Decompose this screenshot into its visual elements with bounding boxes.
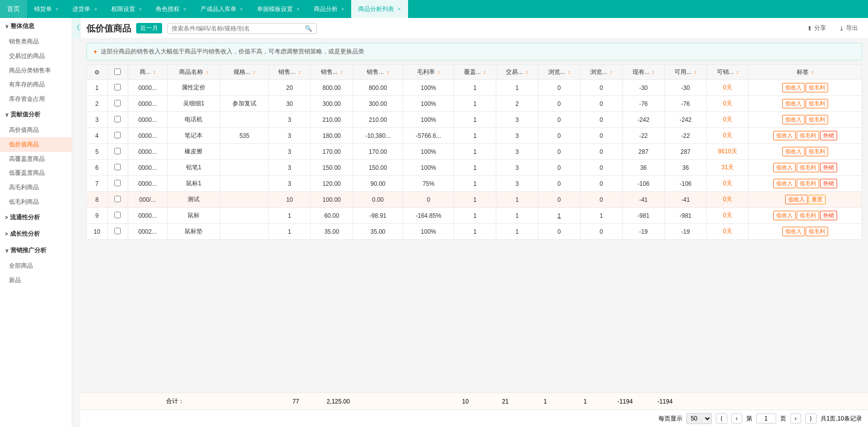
cell-checkbox[interactable] [107, 80, 128, 96]
cell-checkbox[interactable] [107, 224, 128, 240]
nav-role-auth[interactable]: 角色授权 × [149, 0, 193, 18]
col-sales2[interactable]: 销售... ↕ [353, 65, 403, 80]
cell-browse1[interactable]: 0 [538, 96, 580, 112]
last-page-button[interactable]: ⟩ [805, 414, 817, 424]
row-checkbox[interactable] [114, 116, 121, 122]
cell-checkbox[interactable] [107, 128, 128, 144]
row-checkbox[interactable] [114, 228, 121, 234]
page-number-input[interactable] [756, 414, 776, 424]
nav-product-analysis-list[interactable]: 商品分析列表 × [351, 0, 408, 18]
nav-close-icon[interactable]: × [341, 0, 344, 18]
col-qty[interactable]: 销售... ↕ [268, 65, 310, 80]
nav-close-icon[interactable]: × [94, 0, 97, 18]
cell-browse1[interactable]: 0 [538, 80, 580, 96]
row-checkbox[interactable] [114, 212, 121, 218]
col-code[interactable]: 商... ↕ [128, 65, 167, 80]
cell-stock2: -981 [664, 208, 706, 224]
col-stock1[interactable]: 现有... ↕ [623, 65, 664, 80]
nav-template[interactable]: 单据模板设置 × [250, 0, 306, 18]
cell-checkbox[interactable] [107, 144, 128, 160]
col-browse1[interactable]: 浏览... ↕ [538, 65, 580, 80]
nav-close-icon[interactable]: × [240, 0, 243, 18]
col-sales1[interactable]: 销售... ↕ [311, 65, 353, 80]
sidebar-item-high-profit[interactable]: 高毛利商品 [0, 180, 72, 195]
cell-checkbox[interactable] [107, 176, 128, 192]
col-tags[interactable]: 标签 ↕ [749, 65, 862, 80]
cell-checkbox[interactable] [107, 208, 128, 224]
sidebar-section-growth[interactable]: > 成长性分析 [0, 226, 72, 242]
sidebar-item-sales-products[interactable]: 销售类商品 [0, 34, 72, 49]
next-page-button[interactable]: › [790, 414, 801, 424]
cell-qty: 3 [268, 176, 310, 192]
cell-browse1[interactable]: 0 [538, 160, 580, 176]
table-row: 10 0002... 鼠标垫 1 35.00 35.00 100% 1 1 0 … [87, 224, 862, 240]
cell-browse1[interactable]: 0 [538, 112, 580, 128]
cell-browse1[interactable]: 0 [538, 128, 580, 144]
cell-checkbox[interactable] [107, 192, 128, 208]
sidebar-section-general[interactable]: ∨ 整体信息 [0, 18, 72, 34]
row-checkbox[interactable] [114, 100, 121, 106]
sidebar-section-marketing[interactable]: ∨ 营销推广分析 [0, 242, 72, 259]
cell-checkbox[interactable] [107, 96, 128, 112]
row-checkbox[interactable] [114, 132, 121, 138]
col-days[interactable]: 可销... ↕ [706, 65, 748, 80]
nav-permission[interactable]: 权限设置 × [104, 0, 149, 18]
cell-browse1[interactable]: 0 [538, 144, 580, 160]
col-browse2[interactable]: 浏览... ↕ [580, 65, 622, 80]
nav-close-icon[interactable]: × [296, 0, 299, 18]
row-checkbox[interactable] [114, 196, 121, 202]
search-input[interactable] [172, 25, 305, 32]
sidebar-item-low-profit[interactable]: 低毛利商品 [0, 195, 72, 209]
col-spec[interactable]: 规格... ↕ [220, 65, 269, 80]
row-checkbox[interactable] [114, 148, 121, 154]
col-name[interactable]: 商品名称 ↕ [167, 65, 220, 80]
sidebar-item-traded-products[interactable]: 交易过的商品 [0, 49, 72, 63]
row-checkbox[interactable] [114, 180, 121, 186]
search-icon[interactable]: 🔍 [305, 25, 312, 32]
nav-home[interactable]: 首页 [0, 0, 27, 18]
sidebar-item-low-coverage[interactable]: 低覆盖度商品 [0, 166, 72, 180]
sidebar-collapse-button[interactable]: 《 [72, 18, 80, 38]
nav-purchase-order[interactable]: 进货单 × [65, 0, 104, 18]
col-checkbox[interactable] [107, 65, 128, 80]
row-checkbox[interactable] [114, 84, 121, 90]
col-profit[interactable]: 毛利率 ↕ [403, 65, 454, 80]
sidebar-section-circulation[interactable]: > 流通性分析 [0, 209, 72, 226]
first-page-button[interactable]: ⟨ [716, 414, 727, 424]
nav-close-icon[interactable]: × [398, 0, 401, 18]
share-button[interactable]: ⬆ 分享 [803, 22, 830, 34]
select-all-checkbox[interactable] [114, 68, 121, 75]
page-size-select[interactable]: 50 100 200 [686, 413, 712, 424]
sidebar-item-stock-products[interactable]: 有库存的商品 [0, 77, 72, 92]
row-checkbox[interactable] [114, 164, 121, 170]
prev-page-button[interactable]: ‹ [731, 414, 742, 424]
sidebar-item-high-value[interactable]: 高价值商品 [0, 123, 72, 137]
sidebar-item-all-products[interactable]: 全部商品 [0, 259, 72, 273]
cell-tags: 低收入低毛利热销 [749, 208, 862, 224]
cell-browse1[interactable]: 1 [538, 208, 580, 224]
export-button[interactable]: ⤓ 导出 [835, 22, 862, 34]
cell-days: 0天 [706, 224, 748, 240]
sidebar-item-high-coverage[interactable]: 高覆盖度商品 [0, 152, 72, 166]
cell-checkbox[interactable] [107, 112, 128, 128]
cell-checkbox[interactable] [107, 160, 128, 176]
sidebar-item-category-sales[interactable]: 商品分类销售率 [0, 63, 72, 78]
nav-close-icon[interactable]: × [139, 0, 142, 18]
nav-close-icon[interactable]: × [55, 0, 58, 18]
col-coverage[interactable]: 覆盖... ↕ [454, 65, 496, 80]
nav-product-analysis[interactable]: 商品分析 × [307, 0, 351, 18]
nav-close-icon[interactable]: × [183, 0, 186, 18]
nav-sales-order[interactable]: 销货单 × [27, 0, 65, 18]
cell-browse1[interactable]: 0 [538, 192, 580, 208]
cell-browse1[interactable]: 0 [538, 224, 580, 240]
col-stock2[interactable]: 可用... ↕ [664, 65, 706, 80]
sidebar-item-low-value[interactable]: 低价值商品 [0, 137, 72, 152]
sidebar-item-stock-funds[interactable]: 库存资金占用 [0, 92, 72, 106]
cell-browse1[interactable]: 0 [538, 176, 580, 192]
col-trade[interactable]: 交易... ↕ [496, 65, 538, 80]
sidebar-section-contribution[interactable]: ∨ 贡献值分析 [0, 106, 72, 123]
sidebar-item-new-products[interactable]: 新品 [0, 273, 72, 288]
period-badge[interactable]: 近一月 [136, 23, 162, 33]
nav-product-inbound[interactable]: 产成品入库单 × [194, 0, 250, 18]
col-settings[interactable]: ⚙ [87, 65, 108, 80]
